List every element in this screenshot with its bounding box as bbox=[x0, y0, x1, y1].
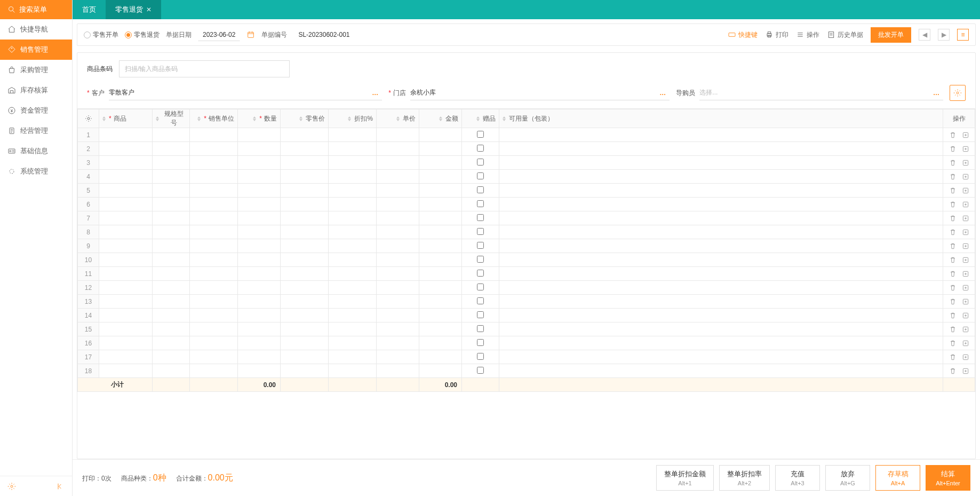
gift-checkbox[interactable] bbox=[477, 297, 484, 304]
grid-wrap[interactable]: *商品 规格型号 *销售单位 *数量 零售价 折扣% 单价 金额 赠品 可用量（… bbox=[77, 108, 975, 459]
customer-value[interactable]: 零散客户 bbox=[109, 85, 383, 100]
tab-home[interactable]: 首页 bbox=[73, 0, 106, 19]
delete-row-icon[interactable] bbox=[949, 172, 957, 181]
delete-row-icon[interactable] bbox=[949, 159, 957, 167]
prev-doc-button[interactable]: ◀ bbox=[919, 29, 930, 41]
gift-checkbox[interactable] bbox=[477, 131, 484, 138]
calendar-icon[interactable] bbox=[246, 30, 255, 39]
col-retail-price[interactable]: 零售价 bbox=[281, 109, 329, 128]
table-row[interactable]: 18 bbox=[78, 364, 975, 378]
col-qty[interactable]: *数量 bbox=[238, 109, 281, 128]
table-row[interactable]: 13 bbox=[78, 295, 975, 309]
next-doc-button[interactable]: ▶ bbox=[938, 29, 950, 41]
col-unit-price[interactable]: 单价 bbox=[377, 109, 419, 128]
barcode-input[interactable] bbox=[119, 60, 290, 77]
radio-retail-return[interactable]: 零售退货 bbox=[125, 30, 160, 40]
add-row-icon[interactable] bbox=[961, 270, 970, 278]
add-row-icon[interactable] bbox=[961, 339, 970, 348]
gift-checkbox[interactable] bbox=[477, 172, 484, 179]
sidebar-item-inventory[interactable]: 库存核算 bbox=[0, 80, 72, 100]
bulk-order-button[interactable]: 批发开单 bbox=[871, 27, 911, 43]
delete-row-icon[interactable] bbox=[949, 353, 957, 361]
gift-checkbox[interactable] bbox=[477, 325, 484, 332]
collapse-icon[interactable] bbox=[56, 482, 65, 491]
col-avail[interactable]: 可用量（包装） bbox=[499, 109, 943, 128]
sidebar-search[interactable]: 搜索菜单 bbox=[0, 0, 72, 19]
table-row[interactable]: 3 bbox=[78, 156, 975, 170]
delete-row-icon[interactable] bbox=[949, 214, 957, 223]
tab-retail-return[interactable]: 零售退货 ✕ bbox=[106, 0, 161, 19]
sidebar-item-basicinfo[interactable]: 基础信息 bbox=[0, 141, 72, 161]
more-button[interactable]: ≡ bbox=[957, 29, 969, 41]
add-row-icon[interactable] bbox=[961, 200, 970, 209]
add-row-icon[interactable] bbox=[961, 172, 970, 181]
add-row-icon[interactable] bbox=[961, 145, 970, 153]
table-row[interactable]: 2 bbox=[78, 142, 975, 156]
save-draft-button[interactable]: 存草稿Alt+A bbox=[875, 465, 920, 491]
salesperson-value[interactable]: 选择... bbox=[699, 85, 943, 100]
col-gear[interactable] bbox=[78, 109, 99, 128]
table-row[interactable]: 11 bbox=[78, 267, 975, 281]
sidebar-item-sales[interactable]: 销售管理 bbox=[0, 40, 72, 60]
add-row-icon[interactable] bbox=[961, 159, 970, 167]
sidebar-item-funds[interactable]: 资金管理 bbox=[0, 100, 72, 121]
col-product[interactable]: *商品 bbox=[99, 109, 153, 128]
col-amount[interactable]: 金额 bbox=[419, 109, 462, 128]
gift-checkbox[interactable] bbox=[477, 228, 484, 235]
date-value[interactable]: 2023-06-02 bbox=[198, 28, 240, 41]
delete-row-icon[interactable] bbox=[949, 186, 957, 195]
link-print[interactable]: 打印 bbox=[765, 30, 788, 40]
add-row-icon[interactable] bbox=[961, 186, 970, 195]
delete-row-icon[interactable] bbox=[949, 339, 957, 348]
gift-checkbox[interactable] bbox=[477, 270, 484, 277]
add-row-icon[interactable] bbox=[961, 242, 970, 250]
sidebar-item-purchase[interactable]: 采购管理 bbox=[0, 60, 72, 80]
store-picker-icon[interactable]: … bbox=[659, 89, 666, 97]
add-row-icon[interactable] bbox=[961, 367, 970, 375]
delete-row-icon[interactable] bbox=[949, 256, 957, 264]
gift-checkbox[interactable] bbox=[477, 186, 484, 193]
gift-checkbox[interactable] bbox=[477, 339, 484, 346]
add-row-icon[interactable] bbox=[961, 284, 970, 292]
gift-checkbox[interactable] bbox=[477, 242, 484, 249]
link-operate[interactable]: 操作 bbox=[796, 30, 819, 40]
table-row[interactable]: 7 bbox=[78, 211, 975, 225]
gift-checkbox[interactable] bbox=[477, 256, 484, 263]
discount-amount-button[interactable]: 整单折扣金额Alt+1 bbox=[656, 465, 714, 491]
link-history[interactable]: 历史单据 bbox=[827, 30, 863, 40]
add-row-icon[interactable] bbox=[961, 297, 970, 306]
gear-icon[interactable] bbox=[7, 482, 16, 491]
col-discount[interactable]: 折扣% bbox=[329, 109, 377, 128]
salesperson-picker-icon[interactable]: … bbox=[933, 89, 940, 97]
table-row[interactable]: 6 bbox=[78, 198, 975, 211]
table-row[interactable]: 17 bbox=[78, 350, 975, 364]
delete-row-icon[interactable] bbox=[949, 297, 957, 306]
recharge-button[interactable]: 充值Alt+3 bbox=[775, 465, 820, 491]
grid-settings-button[interactable] bbox=[950, 85, 966, 101]
table-row[interactable]: 15 bbox=[78, 322, 975, 336]
sidebar-item-quicknav[interactable]: 快捷导航 bbox=[0, 19, 72, 40]
discount-rate-button[interactable]: 整单折扣率Alt+2 bbox=[719, 465, 770, 491]
delete-row-icon[interactable] bbox=[949, 228, 957, 237]
store-value[interactable]: 余杭小库 bbox=[410, 85, 670, 100]
gift-checkbox[interactable] bbox=[477, 145, 484, 152]
table-row[interactable]: 5 bbox=[78, 184, 975, 198]
delete-row-icon[interactable] bbox=[949, 242, 957, 250]
delete-row-icon[interactable] bbox=[949, 325, 957, 334]
col-sale-unit[interactable]: *销售单位 bbox=[190, 109, 238, 128]
delete-row-icon[interactable] bbox=[949, 131, 957, 139]
gift-checkbox[interactable] bbox=[477, 159, 484, 166]
gift-checkbox[interactable] bbox=[477, 284, 484, 290]
add-row-icon[interactable] bbox=[961, 256, 970, 264]
delete-row-icon[interactable] bbox=[949, 145, 957, 153]
gift-checkbox[interactable] bbox=[477, 311, 484, 318]
delete-row-icon[interactable] bbox=[949, 270, 957, 278]
sidebar-item-operation[interactable]: 经营管理 bbox=[0, 121, 72, 141]
table-row[interactable]: 9 bbox=[78, 239, 975, 253]
delete-row-icon[interactable] bbox=[949, 200, 957, 209]
gift-checkbox[interactable] bbox=[477, 200, 484, 207]
col-gift[interactable]: 赠品 bbox=[462, 109, 499, 128]
table-row[interactable]: 8 bbox=[78, 225, 975, 239]
close-icon[interactable]: ✕ bbox=[146, 6, 152, 13]
table-row[interactable]: 10 bbox=[78, 253, 975, 267]
